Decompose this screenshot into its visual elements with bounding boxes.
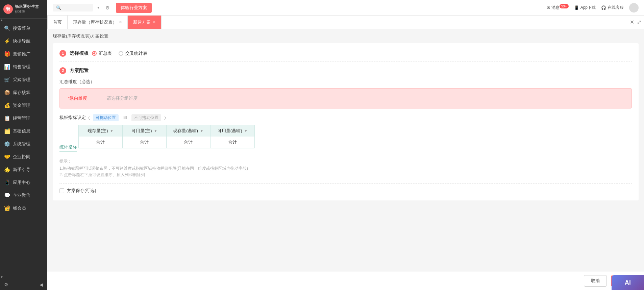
sidebar-nav: 🔍 搜索菜单 ⚡ 快捷导航 🎁 营销推广 📊 销售管理 🛒 采购管理 📦 库存核… [0,22,47,275]
section2-title: 方案配置 [70,68,89,74]
stats-col-body-0: 合计 [79,137,123,148]
stats-col-header-3[interactable]: 可用量(基辅) ▼ [210,125,254,137]
content-area: 现存量(库存状况表)方案设置 1 选择模板 汇总表 交叉统计表 [47,29,644,271]
sys-mgmt-icon: ⚙️ [4,141,10,147]
app-logo-icon: 畅 [3,4,13,14]
tab-home[interactable]: 首页 [47,16,68,29]
tab-expand-icon[interactable]: ⤢ [637,19,641,25]
tab-inventory[interactable]: 现存量（库存状况表） ✕ [68,16,128,29]
tab-new-plan-close[interactable]: ✕ [153,20,156,24]
stats-col-0-chevron: ▼ [110,129,114,133]
enterprise-icon: 🤝 [4,154,10,160]
tabs-bar: 首页 现存量（库存状况表） ✕ 新建方案 ✕ ✕ ⤢ [47,16,644,29]
new-guide-icon: 🌟 [4,167,10,173]
indicator-config-end: ） [164,115,168,121]
radio-cross-circle [119,51,123,56]
topbar-chevron-icon[interactable]: ▼ [97,6,100,9]
biz-mgmt-icon: 📋 [4,115,10,121]
message-icon: ✉ [547,5,550,10]
section1-header: 1 选择模板 汇总表 交叉统计表 [59,50,632,57]
topbar-gear-icon[interactable]: ⚙ [105,5,110,10]
topbar-search-box[interactable]: 🔍 [53,4,93,11]
section2-num: 2 [59,67,66,74]
radio-cross[interactable]: 交叉统计表 [119,50,147,56]
topbar: 🔍 ▼ ⚙ 体验行业方案 ✉ 消息 99+ 📱 App下载 🎧 在线客服 [47,0,644,16]
sidebar-item-purchase[interactable]: 🛒 采购管理 [0,73,47,86]
sidebar: 畅 畅康通好生意 标准版 ▲ 🔍 搜索菜单 ⚡ 快捷导航 🎁 营销推广 📊 销售… [0,0,47,290]
hints-section: 提示： 1.拖动标题栏可以调整布局，不可跨维度或指标区域拖动栏目字段(只能在同一… [59,159,632,178]
indicator-config-label: 模板指标设定（ [59,115,90,121]
user-avatar[interactable] [629,3,639,13]
radio-cross-label: 交叉统计表 [125,50,147,56]
hint-item-0: 1.拖动标题栏可以调整布局，不可跨维度或指标区域拖动栏目字段(只能在同一维度或指… [59,166,632,171]
topbar-app-download[interactable]: 📱 App下载 [574,5,596,10]
section2-header: 2 方案配置 [59,67,632,74]
stats-col-header-2[interactable]: 现存量(基辅) ▼ [167,125,210,137]
sidebar-item-quick-nav[interactable]: ⚡ 快捷导航 [0,35,47,48]
inventory-icon: 📦 [4,90,10,96]
section1-num: 1 [59,50,66,57]
sidebar-bottom: ⚙ ◀ [0,279,47,290]
topbar-search-icon: 🔍 [56,5,61,10]
dimension-row: *纵向维度 —— 请选择分组维度 [68,95,623,101]
sidebar-item-finance[interactable]: 💰 资金管理 [0,99,47,112]
collapse-icon[interactable]: ◀ [40,282,43,287]
dimension-separator: —— [93,96,101,101]
stats-table-body: 合计 合计 合计 合计 [79,137,254,148]
search-menu-icon: 🔍 [4,25,10,31]
tab-close-all-icon[interactable]: ✕ [630,19,634,25]
sidebar-item-app-center[interactable]: 📱 应用中心 [0,176,47,189]
dimension-placeholder: 请选择分组维度 [107,95,138,101]
industry-btn[interactable]: 体验行业方案 [116,3,152,13]
hint-title: 提示： [59,159,632,164]
stats-section-label: 统计指标 [59,144,77,152]
sidebar-item-wechat[interactable]: 💬 企业微信 [0,189,47,202]
member-icon: 👑 [4,205,10,211]
sidebar-item-biz-mgmt[interactable]: 📋 经营管理 [0,112,47,125]
tabs-actions: ✕ ⤢ [630,19,644,25]
wechat-icon: 💬 [4,192,10,198]
sidebar-item-sales[interactable]: 📊 销售管理 [0,61,47,73]
cancel-button[interactable]: 取消 [584,275,607,287]
sidebar-item-member[interactable]: 👑 畅会员 [0,202,47,215]
dimension-box: *纵向维度 —— 请选择分组维度 [59,88,632,108]
stats-col-2-chevron: ▼ [200,129,203,133]
template-radio-group: 汇总表 交叉统计表 [92,50,147,56]
radio-summary-circle [92,51,97,56]
summary-dim-label: 汇总维度（必选） [59,79,632,85]
sidebar-item-inventory[interactable]: 📦 库存核算 [0,86,47,99]
sidebar-scroll-down[interactable]: ▼ [0,275,47,279]
purchase-icon: 🛒 [4,77,10,83]
ai-float-button[interactable]: Ai [612,275,644,290]
stats-col-body-3: 合计 [210,137,254,148]
sidebar-item-basic-info[interactable]: 🗂️ 基础信息 [0,125,47,138]
section2-config: 2 方案配置 汇总维度（必选） *纵向维度 —— 请选择分组维度 模板指标设定（… [59,67,632,178]
sidebar-item-new-guide[interactable]: 🌟 新手引导 [0,163,47,176]
stats-table: 现存量(主) ▼ 可用量(主) ▼ [78,125,255,148]
basic-info-icon: 🗂️ [4,128,10,134]
stats-col-header-1[interactable]: 可用量(主) ▼ [123,125,167,137]
save-checkbox[interactable] [59,188,64,193]
sidebar-item-enterprise[interactable]: 🤝 企业协同 [0,150,47,163]
topbar-right: ✉ 消息 99+ 📱 App下载 🎧 在线客服 [547,3,639,13]
sidebar-item-search[interactable]: 🔍 搜索菜单 [0,22,47,35]
sidebar-scroll-up[interactable]: ▲ [0,19,47,22]
radio-summary[interactable]: 汇总表 [92,50,112,56]
topbar-message[interactable]: ✉ 消息 99+ [547,5,569,10]
save-row: 方案保存(可选) [59,184,632,194]
app-center-icon: 📱 [4,179,10,186]
radio-summary-label: 汇总表 [99,50,112,56]
sidebar-item-marketing[interactable]: 🎁 营销推广 [0,48,47,61]
service-icon: 🎧 [601,5,606,10]
topbar-online-service[interactable]: 🎧 在线客服 [601,5,624,10]
stats-col-header-0[interactable]: 现存量(主) ▼ [79,125,123,137]
stats-col-1-chevron: ▼ [154,129,157,133]
save-label: 方案保存(可选) [67,188,96,194]
tab-inventory-close[interactable]: ✕ [119,20,122,24]
tab-new-plan[interactable]: 新建方案 ✕ [128,16,162,29]
sidebar-item-sys-mgmt[interactable]: ⚙️ 系统管理 [0,138,47,150]
indicator-tag-movable: 可拖动位置 [93,114,119,121]
indicator-config-row: 模板指标设定（ 可拖动位置 ◽ 不可拖动位置 ） [59,114,632,121]
main-area: 🔍 ▼ ⚙ 体验行业方案 ✉ 消息 99+ 📱 App下载 🎧 在线客服 [47,0,644,290]
settings-icon[interactable]: ⚙ [4,282,8,287]
